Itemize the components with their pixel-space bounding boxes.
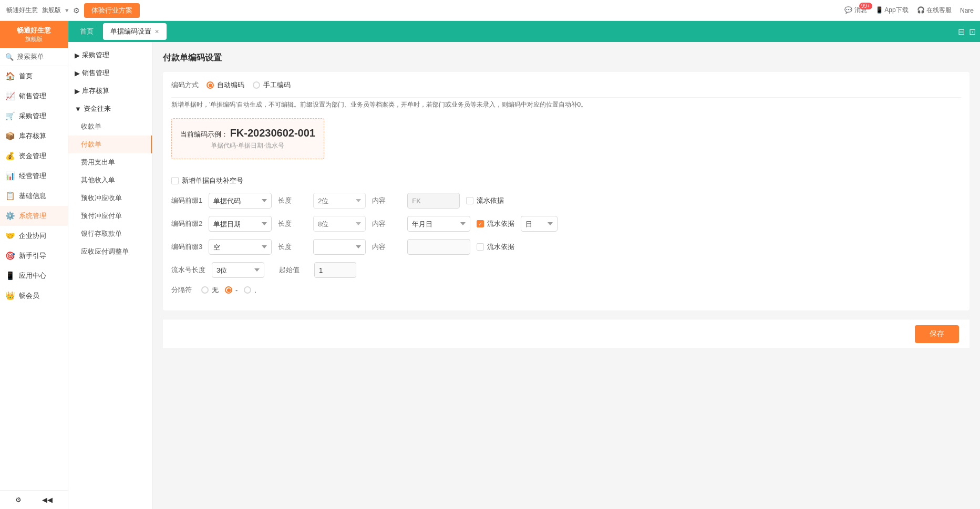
auto-encode-radio[interactable] — [207, 81, 214, 89]
sidebar-item-app[interactable]: 📱 应用中心 — [0, 266, 68, 286]
length3-select[interactable] — [313, 239, 366, 255]
length1-select[interactable]: 2位 — [313, 193, 366, 209]
start-value-input[interactable] — [314, 262, 356, 278]
content2-select[interactable]: 年月日 — [407, 216, 470, 232]
guide-icon: 🎯 — [5, 251, 15, 261]
sub-group-purchase[interactable]: ▶ 采购管理 — [68, 46, 152, 64]
content3-input[interactable] — [407, 239, 470, 255]
serial-length-label: 流水号长度 — [171, 265, 205, 275]
sub-item-bank[interactable]: 银行存取款单 — [68, 225, 152, 243]
sidebar-item-enterprise[interactable]: 🤝 企业协同 — [0, 226, 68, 246]
sub-group-inventory[interactable]: ▶ 库存核算 — [68, 82, 152, 100]
sidebar-item-sales[interactable]: 📈 销售管理 — [0, 86, 68, 106]
separator-dot-option[interactable]: . — [244, 286, 256, 294]
period2-select[interactable]: 日 — [521, 216, 558, 232]
radio-group: 自动编码 手工编码 — [207, 80, 291, 90]
tab-close-icon[interactable]: ✕ — [154, 28, 159, 35]
sub-item-payment[interactable]: 付款单 — [68, 136, 152, 153]
search-menu[interactable]: 🔍 搜索菜单 — [0, 48, 68, 66]
auto-fill-checkbox[interactable]: 新增单据自动补空号 — [171, 176, 243, 185]
sidebar-item-basic[interactable]: 📋 基础信息 — [0, 186, 68, 206]
top-bar: 畅通好生意 旗舰版 ▾ ⚙ 体验行业方案 💬 消息 99+ 📱 App下载 🎧 … — [0, 0, 980, 21]
sub-item-adjustment[interactable]: 应收应付调整单 — [68, 243, 152, 261]
save-button[interactable]: 保存 — [915, 325, 959, 343]
sub-item-advance-receivable[interactable]: 预收冲应收单 — [68, 189, 152, 207]
length2-select[interactable]: 8位 — [313, 216, 366, 232]
sidebar-item-inventory[interactable]: 📦 库存核算 — [0, 126, 68, 146]
tab-bar: 首页 单据编码设置 ✕ ⊟ ⊡ — [68, 21, 980, 42]
serial2-checkbox[interactable]: ✓ 流水依据 — [477, 219, 514, 228]
prefix2-label: 编码前缀2 — [171, 219, 202, 228]
sales-icon: 📈 — [5, 91, 15, 101]
hint-text: 新增单据时，'单据编码'自动生成，不可编辑。前缀设置为部门、业务员等档案类，开单… — [171, 100, 961, 110]
sub-item-expense[interactable]: 费用支出单 — [68, 153, 152, 171]
tab-encoding-settings[interactable]: 单据编码设置 ✕ — [103, 23, 167, 40]
sidebar: 畅通好生意 旗舰版 🔍 搜索菜单 🏠 首页 📈 销售管理 🛒 采购管理 📦 库存… — [0, 21, 68, 509]
auto-encode-option[interactable]: 自动编码 — [207, 80, 244, 90]
separator-none-radio[interactable] — [201, 286, 209, 294]
separator-dash-option[interactable]: - — [225, 286, 238, 294]
length1-label: 长度 — [278, 196, 307, 205]
separator-row: 分隔符 无 - . — [171, 285, 961, 295]
content2-label: 内容 — [372, 219, 401, 228]
page-content: 付款单编码设置 编码方式 自动编码 — [152, 42, 980, 509]
message-container[interactable]: 💬 消息 99+ — [844, 6, 866, 15]
serial1-checkbox[interactable]: 流水依据 — [466, 196, 504, 205]
prefix1-select[interactable]: 单据代码 — [209, 193, 272, 209]
code-preview-value: FK-20230602-001 — [230, 127, 315, 139]
prefix3-label: 编码前缀3 — [171, 242, 202, 252]
sidebar-item-system[interactable]: ⚙️ 系统管理 — [0, 206, 68, 226]
manual-encode-radio[interactable] — [253, 81, 260, 89]
serial1-label: 流水依据 — [477, 196, 504, 205]
manual-encode-option[interactable]: 手工编码 — [253, 80, 291, 90]
headset-icon: 🎧 — [917, 6, 925, 14]
main-area: 首页 单据编码设置 ✕ ⊟ ⊡ ▶ 采购管理 ▶ 销售管理 — [68, 21, 980, 509]
inventory-icon: 📦 — [5, 131, 15, 141]
online-service[interactable]: 🎧 在线客服 — [917, 6, 952, 15]
member-icon: 👑 — [5, 291, 15, 300]
separator-none-option[interactable]: 无 — [201, 285, 219, 295]
purchase-icon: 🛒 — [5, 111, 15, 121]
code-preview-format: 单据代码-单据日期-流水号 — [180, 141, 315, 150]
auto-encode-label: 自动编码 — [217, 80, 244, 90]
prefix-row-1: 编码前缀1 单据代码 长度 2位 内容 流水依据 — [171, 193, 961, 209]
serial-length-select[interactable]: 3位 — [212, 262, 264, 278]
user-name[interactable]: Nare — [960, 7, 974, 14]
tab-minimize-button[interactable]: ⊟ — [958, 27, 965, 37]
serial2-checkbox-box[interactable]: ✓ — [477, 220, 484, 227]
serial3-checkbox[interactable]: 流水依据 — [477, 242, 514, 252]
separator-dot-radio[interactable] — [244, 286, 251, 294]
sub-item-receipt[interactable]: 收款单 — [68, 118, 152, 136]
sub-item-advance-payable[interactable]: 预付冲应付单 — [68, 207, 152, 225]
experience-button[interactable]: 体验行业方案 — [84, 3, 140, 18]
sidebar-item-purchase[interactable]: 🛒 采购管理 — [0, 106, 68, 126]
sidebar-item-operation[interactable]: 📊 经营管理 — [0, 166, 68, 186]
sidebar-item-home[interactable]: 🏠 首页 — [0, 66, 68, 86]
sub-group-sales[interactable]: ▶ 销售管理 — [68, 64, 152, 82]
serial1-checkbox-box[interactable] — [466, 197, 473, 204]
sub-item-other-income[interactable]: 其他收入单 — [68, 171, 152, 189]
tab-home[interactable]: 首页 — [73, 23, 101, 40]
prefix3-select[interactable]: 空 — [209, 239, 272, 255]
sidebar-item-member[interactable]: 👑 畅会员 — [0, 286, 68, 306]
system-icon: ⚙️ — [5, 211, 15, 221]
message-badge: 99+ — [859, 3, 872, 9]
brand-arrow-icon[interactable]: ▾ — [65, 6, 69, 14]
content1-input[interactable] — [407, 193, 460, 209]
collapse-icon[interactable]: ◀◀ — [42, 496, 53, 504]
page-footer: 保存 — [163, 319, 969, 348]
app-download[interactable]: 📱 App下载 — [875, 6, 909, 15]
serial3-checkbox-box[interactable] — [477, 243, 484, 251]
settings-icon[interactable]: ⚙ — [73, 6, 80, 15]
sub-group-capital[interactable]: ▼ 资金往来 — [68, 100, 152, 118]
settings-bottom-icon[interactable]: ⚙ — [15, 496, 22, 504]
search-icon: 🔍 — [5, 53, 14, 61]
sidebar-item-finance[interactable]: 💰 资金管理 — [0, 146, 68, 166]
sidebar-item-guide[interactable]: 🎯 新手引导 — [0, 246, 68, 266]
auto-fill-row: 新增单据自动补空号 — [171, 176, 961, 185]
chevron-down-icon: ▼ — [75, 105, 81, 113]
auto-fill-checkbox-box[interactable] — [171, 177, 179, 184]
tab-expand-button[interactable]: ⊡ — [969, 27, 976, 37]
separator-dash-radio[interactable] — [225, 286, 232, 294]
prefix2-select[interactable]: 单据日期 — [209, 216, 272, 232]
